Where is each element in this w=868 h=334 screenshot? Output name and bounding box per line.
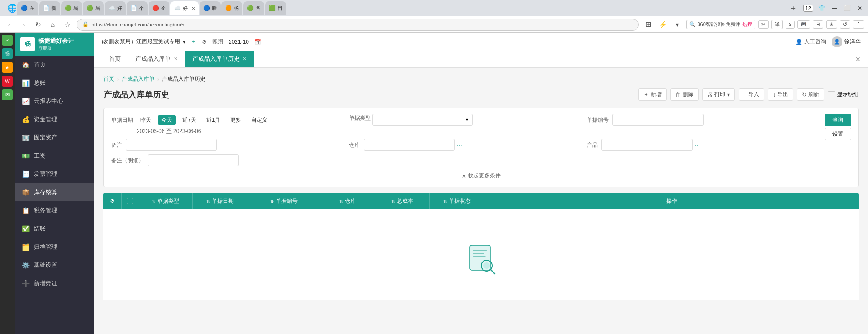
address-input[interactable]: 🔒 https://cloud.chanjet.com/accounting/u… — [77, 19, 639, 31]
calendar-icon[interactable]: 📅 — [254, 39, 261, 45]
sidebar-item-archive[interactable]: 🗂️ 归档管理 — [15, 238, 94, 256]
add-period-btn[interactable]: ＋ — [191, 38, 196, 46]
sidebar-item-checkout[interactable]: ✅ 结账 — [15, 220, 94, 238]
extensions-button[interactable]: ⊞ — [642, 19, 653, 30]
nav-brand[interactable]: 畅 畅捷通好会计 旗舰版 — [15, 33, 94, 56]
sidebar-item-invoice[interactable]: 🧾 发票管理 — [15, 165, 94, 183]
date-custom[interactable]: 自定义 — [247, 115, 271, 125]
back-button[interactable]: ‹ — [4, 19, 15, 30]
sidebar-item-tax[interactable]: 📋 税务管理 — [15, 201, 94, 220]
th-date[interactable]: ⇅ 单据日期 — [193, 193, 247, 209]
tab-history-close[interactable]: ✕ — [242, 56, 247, 62]
tab-list-close[interactable]: ✕ — [174, 56, 178, 62]
app-icon-weibo[interactable]: W — [2, 76, 13, 87]
app-icon-chanjet[interactable]: 畅 — [2, 48, 13, 59]
query-search-btn[interactable]: 查询 — [825, 114, 851, 126]
game-btn[interactable]: 🎮 — [797, 20, 810, 29]
detail-remark-input[interactable] — [148, 154, 239, 166]
sidebar-item-funds[interactable]: 💰 资金管理 — [15, 110, 94, 128]
theme-btn[interactable]: ☀ — [826, 20, 837, 29]
sidebar-item-new-voucher[interactable]: ➕ 新增凭证 — [15, 274, 94, 293]
date-today[interactable]: 今天 — [158, 115, 176, 125]
sidebar-item-settings[interactable]: ⚙️ 基础设置 — [15, 256, 94, 274]
home-button[interactable]: ⌂ — [47, 19, 58, 30]
th-checkbox[interactable] — [122, 193, 138, 209]
tab-7[interactable]: 🔴 企 — [149, 1, 169, 15]
sidebar-item-inventory[interactable]: 📦 库存核算 — [15, 183, 94, 201]
tab-2[interactable]: 📄 新 — [39, 1, 60, 15]
warehouse-input[interactable] — [364, 139, 455, 151]
currency-btn[interactable]: ¥ — [786, 21, 795, 29]
history-btn[interactable]: ↺ — [840, 20, 850, 29]
tab-8-close[interactable]: ✕ — [191, 6, 195, 11]
th-type[interactable]: ⇅ 单据类型 — [138, 193, 193, 209]
number-input[interactable] — [612, 114, 704, 126]
app-icon-star[interactable]: ★ — [2, 62, 13, 73]
company-selector[interactable]: (勿删勿禁用）江西服宝测试专用 ▾ — [102, 38, 185, 46]
date-7days[interactable]: 近7天 — [179, 115, 200, 125]
bookmark-button[interactable]: ☆ — [62, 19, 73, 30]
dropdown-button[interactable]: ▾ — [672, 19, 683, 30]
sidebar-item-payroll[interactable]: 💵 工资 — [15, 147, 94, 165]
th-warehouse[interactable]: ⇅ 仓库 — [320, 193, 375, 209]
add-button[interactable]: ＋ 新增 — [638, 88, 667, 101]
product-input[interactable] — [601, 139, 693, 151]
collapse-btn[interactable]: ∧ 收起更多条件 — [462, 172, 501, 180]
forward-button[interactable]: › — [18, 19, 29, 30]
date-more[interactable]: 更多 — [226, 115, 245, 125]
date-yesterday[interactable]: 昨天 — [137, 115, 155, 125]
shirt-icon[interactable]: 👕 — [817, 4, 826, 13]
tab-8[interactable]: ☁️ 好 ✕ — [170, 1, 199, 15]
tab-9[interactable]: 🔵 腾 — [200, 1, 221, 15]
new-tab-button[interactable]: ＋ — [787, 2, 800, 15]
tab-history[interactable]: 产成品入库单历史 ✕ — [185, 51, 254, 67]
export-button[interactable]: ↓ 导出 — [768, 88, 793, 101]
tab-12[interactable]: 🟩 目 — [265, 1, 286, 15]
show-detail-checkbox[interactable] — [828, 91, 835, 98]
breadcrumb-list[interactable]: 产成品入库单 — [122, 75, 154, 83]
grid-btn[interactable]: ⊞ — [813, 20, 823, 29]
breadcrumb-home[interactable]: 首页 — [103, 75, 114, 83]
more-btn[interactable]: ⋮ — [853, 20, 864, 29]
query-settings-btn[interactable]: 设置 — [825, 128, 851, 140]
refresh-page-button[interactable]: ↻ 刷新 — [797, 88, 824, 101]
lightning-button[interactable]: ⚡ — [657, 19, 668, 30]
delete-button[interactable]: 🗑 删除 — [670, 88, 699, 101]
import-button[interactable]: ↑ 导入 — [739, 88, 764, 101]
select-all-checkbox[interactable] — [127, 198, 133, 204]
search-360-btn[interactable]: 🔍 360智能抠图免费用 热搜 — [686, 20, 755, 29]
product-ellipsis[interactable]: ··· — [694, 141, 700, 149]
tab-nav-icon[interactable]: 🌐 — [4, 2, 16, 15]
user-avatar[interactable]: 👤 徐泽华 — [832, 36, 861, 47]
sidebar-item-home[interactable]: 🏠 首页 — [15, 56, 94, 74]
scissors-btn[interactable]: ✂ — [758, 20, 769, 29]
close-button[interactable]: ✕ — [855, 4, 864, 13]
date-1month[interactable]: 近1月 — [203, 115, 224, 125]
th-settings[interactable]: ⚙ — [103, 193, 122, 209]
translate-btn[interactable]: 译 — [771, 20, 783, 29]
minimize-button[interactable]: — — [830, 4, 839, 13]
warehouse-ellipsis[interactable]: ··· — [457, 141, 462, 149]
th-cost[interactable]: ⇅ 总成本 — [375, 193, 430, 209]
type-dropdown[interactable]: ▾ — [372, 114, 473, 126]
tab-10[interactable]: 🟠 畅 — [221, 1, 242, 15]
tab-6[interactable]: 📄 个 — [127, 1, 148, 15]
refresh-button[interactable]: ↻ — [33, 19, 44, 30]
tab-home[interactable]: 首页 — [102, 51, 128, 67]
tab-3[interactable]: 🟢 易 — [61, 1, 82, 15]
restore-button[interactable]: ⬜ — [842, 4, 852, 13]
sidebar-item-fixed-assets[interactable]: 🏢 固定资产 — [15, 128, 94, 147]
period-settings-btn[interactable]: ⚙ — [202, 39, 207, 45]
panel-close-icon[interactable]: ✕ — [855, 56, 861, 63]
show-detail-toggle[interactable]: 显示明细 — [828, 91, 859, 98]
consult-btn[interactable]: 👤 人工咨询 — [796, 38, 826, 46]
sidebar-item-reports[interactable]: 📈 云报表中心 — [15, 92, 94, 110]
app-icon-mail[interactable]: ✉ — [2, 89, 13, 100]
tab-1[interactable]: 🔵 在 — [17, 1, 38, 15]
tab-5[interactable]: ☁️ 好 — [105, 1, 126, 15]
tab-list[interactable]: 产成品入库单 ✕ — [128, 51, 185, 67]
panel-close[interactable]: ✕ — [848, 56, 868, 63]
tab-4[interactable]: 🟢 易 — [83, 1, 104, 15]
tab-11[interactable]: 🟢 各 — [243, 1, 264, 15]
app-icon-green[interactable]: ✓ — [2, 35, 13, 46]
